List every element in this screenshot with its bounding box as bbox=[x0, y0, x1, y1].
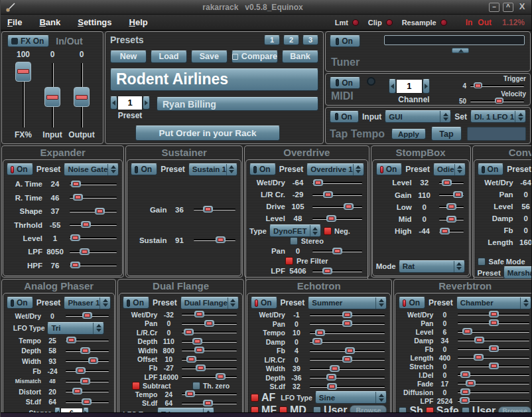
slider-handle[interactable] bbox=[315, 329, 325, 336]
slider-track[interactable] bbox=[312, 250, 362, 252]
slider-handle[interactable] bbox=[194, 311, 204, 317]
spinner-right-arrow[interactable] bbox=[423, 79, 430, 94]
velocity-slider[interactable] bbox=[470, 100, 524, 102]
slider-track[interactable] bbox=[458, 400, 529, 402]
memory-button-1[interactable]: 1 bbox=[264, 35, 280, 45]
slider-track[interactable] bbox=[182, 402, 237, 404]
slider-track[interactable] bbox=[66, 315, 109, 317]
slider-track[interactable] bbox=[310, 350, 385, 352]
slider-handle[interactable] bbox=[71, 181, 81, 187]
slider-handle[interactable] bbox=[342, 356, 352, 363]
echotron-lfo-select[interactable]: Sine bbox=[315, 391, 387, 404]
slider-handle[interactable] bbox=[326, 374, 336, 380]
slider-handle[interactable] bbox=[216, 373, 226, 380]
slider-handle[interactable] bbox=[442, 179, 452, 186]
slider-handle[interactable] bbox=[216, 236, 226, 243]
slider-track[interactable] bbox=[458, 365, 529, 367]
slider-track[interactable] bbox=[70, 237, 117, 239]
slider-track[interactable] bbox=[70, 183, 117, 185]
slider-track[interactable] bbox=[182, 341, 237, 343]
slider-handle[interactable] bbox=[194, 347, 204, 353]
slider-handle[interactable] bbox=[66, 337, 76, 343]
fx-on-button[interactable]: FX On bbox=[7, 35, 49, 47]
maximize-icon[interactable]: ^ bbox=[503, 3, 513, 12]
slider-track[interactable] bbox=[310, 376, 385, 378]
slider-track[interactable] bbox=[458, 391, 529, 393]
preset-number-spinner[interactable]: 1 bbox=[110, 96, 150, 110]
slider-handle[interactable] bbox=[76, 367, 86, 374]
slider-handle[interactable] bbox=[88, 357, 98, 364]
slider-handle[interactable] bbox=[474, 82, 482, 88]
slider-track[interactable] bbox=[458, 357, 529, 359]
slider-track[interactable] bbox=[66, 401, 109, 403]
menu-file[interactable]: File bbox=[7, 17, 22, 27]
slider-handle[interactable] bbox=[70, 234, 80, 241]
slider-track[interactable] bbox=[66, 390, 109, 392]
sustainer-on-button[interactable]: On bbox=[131, 163, 157, 175]
slider-handle[interactable] bbox=[15, 62, 31, 82]
slider-handle[interactable] bbox=[342, 320, 352, 327]
slider-track[interactable] bbox=[182, 349, 237, 351]
slider-track[interactable] bbox=[70, 251, 117, 253]
slider-handle[interactable] bbox=[446, 203, 456, 210]
slider-handle[interactable] bbox=[73, 194, 83, 201]
neg-checkbox[interactable] bbox=[324, 227, 332, 235]
overdrive-preset-select[interactable]: Overdrive 1 bbox=[306, 163, 364, 176]
bank-button[interactable]: Bank bbox=[282, 50, 318, 63]
slider-handle[interactable] bbox=[453, 191, 463, 198]
slider-track[interactable] bbox=[66, 339, 109, 341]
new-button[interactable]: New bbox=[110, 50, 147, 63]
reverbtron-on-button[interactable]: On bbox=[399, 297, 425, 309]
slider-track[interactable] bbox=[310, 341, 385, 343]
safe-mode-checkbox[interactable] bbox=[478, 258, 486, 266]
load-button[interactable]: Load bbox=[151, 50, 187, 63]
slider-track[interactable] bbox=[310, 323, 385, 325]
slider-track[interactable] bbox=[182, 376, 237, 378]
slider-handle[interactable] bbox=[72, 388, 82, 394]
slider-handle[interactable] bbox=[474, 337, 484, 343]
save-button[interactable]: Save bbox=[191, 50, 228, 63]
slider-track[interactable] bbox=[70, 210, 117, 212]
tap-button[interactable]: Tap bbox=[431, 127, 462, 141]
slider-track[interactable] bbox=[458, 339, 529, 341]
slider-handle[interactable] bbox=[203, 206, 213, 212]
slider-handle[interactable] bbox=[489, 345, 499, 352]
tap-input-select[interactable]: GUI bbox=[385, 110, 451, 123]
slider-track[interactable] bbox=[66, 370, 109, 372]
flange-on-button[interactable]: On bbox=[123, 297, 149, 309]
slider-track[interactable] bbox=[458, 374, 529, 376]
slider-handle[interactable] bbox=[322, 268, 332, 274]
slider-track[interactable] bbox=[182, 359, 237, 361]
slider-handle[interactable] bbox=[82, 398, 92, 405]
menu-settings[interactable]: Settings bbox=[78, 17, 111, 27]
slider-handle[interactable] bbox=[204, 320, 214, 327]
slider-track[interactable] bbox=[312, 182, 362, 184]
midi-on-button[interactable]: On bbox=[330, 77, 360, 89]
tap-on-button[interactable]: On bbox=[330, 111, 359, 123]
slider-handle[interactable] bbox=[489, 363, 499, 369]
slider-track[interactable] bbox=[70, 197, 117, 199]
spinner-left-arrow[interactable] bbox=[389, 79, 396, 94]
through-zero-checkbox[interactable] bbox=[192, 382, 200, 390]
tuner-on-button[interactable]: On bbox=[330, 35, 360, 47]
phaser-on-button[interactable]: On bbox=[7, 297, 33, 309]
slider-track[interactable] bbox=[182, 313, 237, 315]
slider-track[interactable] bbox=[66, 360, 109, 362]
expander-on-button[interactable]: On bbox=[7, 163, 33, 175]
slider-track[interactable] bbox=[66, 380, 109, 382]
prefilter-checkbox[interactable] bbox=[285, 257, 293, 265]
af-checkbox[interactable] bbox=[251, 394, 259, 402]
slider-track[interactable] bbox=[312, 218, 362, 220]
slider-handle[interactable] bbox=[345, 347, 355, 354]
stompbox-mode-select[interactable]: Rat bbox=[399, 260, 465, 273]
memory-button-3[interactable]: 3 bbox=[302, 35, 318, 45]
slider-handle[interactable] bbox=[489, 311, 499, 317]
preset-name-field[interactable]: Rodent Airlines bbox=[110, 68, 318, 91]
slider-handle[interactable] bbox=[466, 380, 476, 386]
slider-track[interactable] bbox=[312, 270, 362, 272]
stompbox-preset-select[interactable]: Odie bbox=[433, 163, 466, 176]
slider-handle[interactable] bbox=[196, 365, 206, 371]
trigger-slider[interactable] bbox=[470, 85, 524, 87]
slider-track[interactable] bbox=[458, 322, 529, 324]
compare-button[interactable]: Compare bbox=[232, 50, 278, 63]
